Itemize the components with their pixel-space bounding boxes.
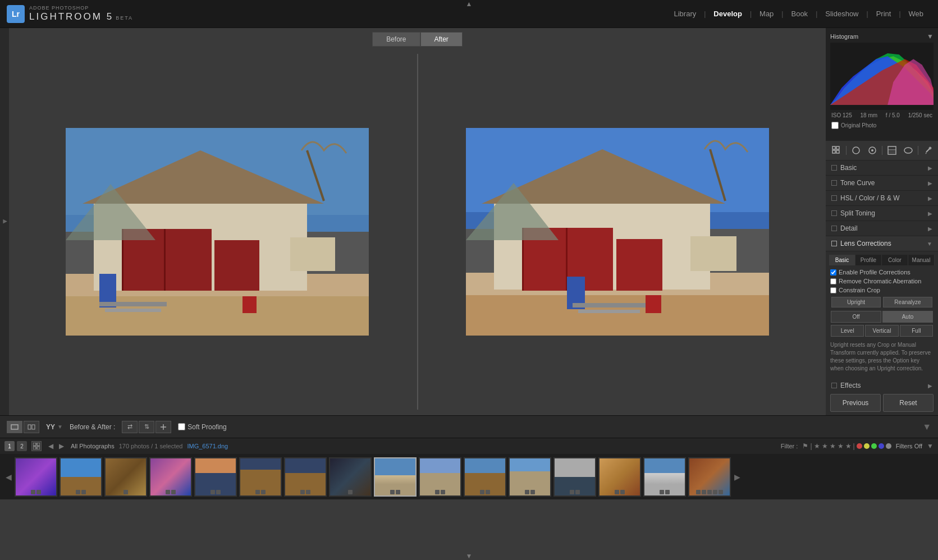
auto-button[interactable]: Auto	[882, 311, 933, 323]
vertical-button[interactable]: Vertical	[865, 325, 898, 337]
full-button[interactable]: Full	[900, 325, 933, 337]
filter-red-dot[interactable]	[857, 443, 862, 449]
effects-toggle[interactable]	[831, 383, 837, 388]
soft-proofing-checkbox[interactable]	[178, 423, 185, 430]
thumb-8[interactable]	[329, 457, 372, 497]
filter-flag[interactable]: ⚑	[802, 442, 808, 450]
top-arrow[interactable]: ▲	[466, 0, 473, 8]
original-photo-check[interactable]: Original Photo	[830, 121, 934, 130]
filter-green-dot[interactable]	[871, 443, 877, 449]
tone-curve-panel-header[interactable]: Tone Curve ▶	[826, 176, 938, 191]
filter-blue-dot[interactable]	[878, 443, 884, 449]
filters-off-label[interactable]: Filters Off	[896, 443, 922, 449]
filter-gray-dot[interactable]	[886, 443, 891, 449]
thumb-16[interactable]	[688, 457, 731, 497]
lc-tab-color[interactable]: Color	[882, 255, 908, 265]
filter-star-4[interactable]: ★	[838, 442, 844, 450]
before-photo[interactable]	[66, 128, 369, 336]
level-button[interactable]: Level	[831, 325, 864, 337]
filmstrip-grid-btn[interactable]	[31, 441, 42, 451]
prev-nav-arrow[interactable]: ◀	[46, 441, 56, 451]
basic-panel-header[interactable]: Basic ▶	[826, 160, 938, 176]
lc-tab-manual[interactable]: Manual	[908, 255, 935, 265]
after-photo[interactable]	[466, 128, 769, 336]
graduated-filter-tool[interactable]	[885, 144, 899, 157]
remove-chromatic-input[interactable]	[830, 278, 836, 284]
swap-button-2[interactable]: ⇅	[139, 421, 154, 433]
spot-removal-tool[interactable]	[849, 144, 863, 157]
filters-dropdown[interactable]: ▼	[927, 442, 934, 450]
enable-profile-checkbox[interactable]: Enable Profile Corrections	[830, 269, 934, 276]
filter-yellow-dot[interactable]	[864, 443, 870, 449]
histogram-dropdown-icon[interactable]: ▼	[927, 33, 934, 40]
nav-library[interactable]: Library	[666, 6, 704, 21]
remove-chromatic-checkbox[interactable]: Remove Chromatic Aberration	[830, 278, 934, 284]
selected-file[interactable]: IMG_6571.dng	[187, 443, 228, 449]
toolbar-expand[interactable]: ▼	[922, 422, 931, 432]
filmstrip-prev[interactable]: ◀	[4, 472, 12, 481]
filmstrip-next[interactable]: ▶	[733, 472, 741, 481]
nav-print[interactable]: Print	[868, 6, 899, 21]
thumb-1[interactable]	[15, 457, 57, 497]
page-2-btn[interactable]: 2	[17, 441, 27, 451]
constrain-crop-input[interactable]	[830, 287, 836, 293]
thumb-11[interactable]	[464, 457, 506, 497]
soft-proofing-check[interactable]: Soft Proofing	[178, 423, 226, 431]
split-toning-panel-header[interactable]: Split Toning ▶	[826, 206, 938, 221]
filter-star-3[interactable]: ★	[830, 442, 836, 450]
nav-develop[interactable]: Develop	[706, 6, 750, 21]
view-single[interactable]	[7, 421, 22, 433]
reanalyze-button[interactable]: Reanalyze	[883, 297, 932, 307]
basic-toggle[interactable]	[831, 165, 837, 171]
split-toning-toggle[interactable]	[831, 210, 837, 216]
enable-profile-input[interactable]	[830, 269, 836, 276]
thumb-5[interactable]	[194, 457, 237, 497]
redeye-tool[interactable]	[866, 144, 879, 157]
detail-toggle[interactable]	[831, 226, 837, 231]
swap-button-1[interactable]: ⇄	[122, 421, 138, 433]
thumb-12[interactable]	[509, 457, 551, 497]
previous-button[interactable]: Previous	[830, 394, 881, 412]
thumb-2[interactable]	[60, 457, 102, 497]
view-grid[interactable]	[24, 421, 39, 433]
thumb-9-selected[interactable]	[374, 457, 417, 497]
filter-star-2[interactable]: ★	[822, 442, 828, 450]
page-1-btn[interactable]: 1	[4, 441, 15, 451]
lc-tab-basic[interactable]: Basic	[829, 255, 855, 265]
nav-web[interactable]: Web	[901, 6, 932, 21]
thumb-3[interactable]	[104, 457, 147, 497]
nav-slideshow[interactable]: Slideshow	[817, 6, 866, 21]
effects-panel-header[interactable]: Effects ▶	[826, 378, 938, 391]
thumb-14[interactable]	[598, 457, 641, 497]
tone-curve-toggle[interactable]	[831, 180, 837, 186]
upright-button[interactable]: Upright	[831, 297, 881, 307]
detail-panel-header[interactable]: Detail ▶	[826, 221, 938, 236]
thumb-7[interactable]	[284, 457, 327, 497]
thumb-4[interactable]	[149, 457, 192, 497]
left-panel-toggle[interactable]: ◀	[2, 219, 8, 225]
grid-tool[interactable]	[830, 144, 843, 157]
constrain-crop-checkbox[interactable]: Constrain Crop	[830, 287, 934, 293]
lc-tab-profile[interactable]: Profile	[855, 255, 882, 265]
bottom-arrow[interactable]: ▼	[466, 552, 473, 560]
reset-button[interactable]: Reset	[883, 394, 934, 412]
radial-filter-tool[interactable]	[902, 144, 915, 157]
lens-corrections-toggle[interactable]	[831, 241, 837, 246]
thumb-15[interactable]	[643, 457, 686, 497]
right-panel-scroll[interactable]: Basic ▶ Tone Curve ▶ HSL / Color / B & W…	[826, 160, 938, 391]
filter-star-5[interactable]: ★	[845, 442, 852, 450]
thumb-6[interactable]	[239, 457, 282, 497]
lens-corrections-panel-header[interactable]: Lens Corrections ▼	[826, 236, 938, 251]
before-tab[interactable]: Before	[372, 32, 420, 47]
nav-book[interactable]: Book	[783, 6, 816, 21]
hsl-toggle[interactable]	[831, 195, 837, 201]
filter-star-1[interactable]: ★	[814, 442, 820, 450]
thumb-10[interactable]	[419, 457, 461, 497]
adjustment-brush-tool[interactable]	[921, 144, 935, 157]
off-button[interactable]: Off	[831, 311, 881, 323]
next-nav-arrow[interactable]: ▶	[57, 441, 66, 451]
nav-map[interactable]: Map	[752, 6, 781, 21]
after-tab[interactable]: After	[420, 32, 463, 47]
swap-button-3[interactable]	[155, 421, 171, 433]
hsl-panel-header[interactable]: HSL / Color / B & W ▶	[826, 191, 938, 206]
